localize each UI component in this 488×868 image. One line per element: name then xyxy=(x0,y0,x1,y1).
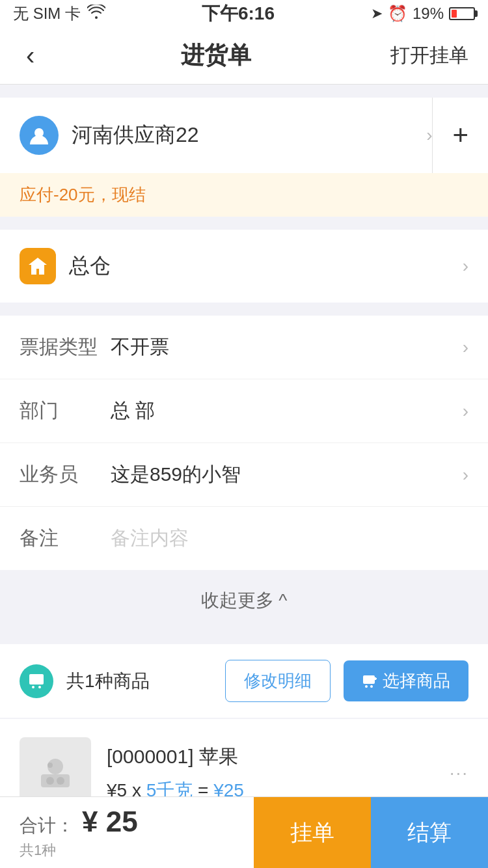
total-main: 合计： ¥ 25 xyxy=(20,806,234,838)
status-left: 无 SIM 卡 xyxy=(13,3,105,24)
bottom-bar: 合计： ¥ 25 共1种 挂单 结算 xyxy=(0,796,488,868)
cart-icon xyxy=(27,671,46,691)
supplier-section: 河南供应商22 › + xyxy=(0,98,488,173)
notice-text: 应付-20元，现结 xyxy=(20,185,146,204)
department-value: 总 部 xyxy=(111,398,456,424)
hang-button[interactable]: 挂单 xyxy=(254,797,371,868)
product-code: [0000001] xyxy=(107,746,193,767)
salesperson-value: 这是859的小智 xyxy=(111,461,456,488)
house-icon xyxy=(27,256,48,277)
salesperson-row[interactable]: 业务员 这是859的小智 › xyxy=(0,443,488,507)
page-title: 进货单 xyxy=(181,40,251,72)
edit-detail-button[interactable]: 修改明细 xyxy=(225,660,331,702)
department-row[interactable]: 部门 总 部 › xyxy=(0,379,488,443)
total-amount: ¥ 25 xyxy=(82,806,138,838)
settle-button[interactable]: 结算 xyxy=(371,797,488,868)
remark-input[interactable]: 备注内容 xyxy=(111,525,468,552)
svg-point-6 xyxy=(370,685,373,688)
warehouse-chevron-icon: › xyxy=(463,256,468,277)
collapse-label: 收起更多 ^ xyxy=(201,590,288,610)
open-hang-button[interactable]: 打开挂单 xyxy=(390,42,468,69)
status-bar: 无 SIM 卡 下午6:16 ➤ ⏰ 19% xyxy=(0,0,488,27)
salesperson-label: 业务员 xyxy=(20,461,111,488)
product-count-icon xyxy=(20,664,53,698)
battery-icon xyxy=(449,7,475,20)
ticket-type-chevron-icon: › xyxy=(463,337,468,358)
svg-rect-4 xyxy=(363,675,375,684)
warehouse-name: 总仓 xyxy=(69,252,456,280)
product-title: 苹果 xyxy=(199,746,238,767)
warehouse-section[interactable]: 总仓 › xyxy=(0,230,488,303)
salesperson-chevron-icon: › xyxy=(463,465,468,485)
remark-row[interactable]: 备注 备注内容 xyxy=(0,507,488,570)
svg-point-10 xyxy=(47,763,53,768)
product-placeholder-icon xyxy=(36,753,75,793)
carrier-text: 无 SIM 卡 xyxy=(13,3,81,24)
remark-label: 备注 xyxy=(20,525,111,552)
ticket-type-value: 不开票 xyxy=(111,334,456,360)
battery-percentage: 19% xyxy=(413,5,444,23)
supplier-avatar xyxy=(20,116,59,155)
svg-rect-11 xyxy=(41,774,70,787)
cart-plus-icon xyxy=(362,673,377,689)
total-label: 合计： xyxy=(20,813,74,838)
total-sub: 共1种 xyxy=(20,841,234,860)
total-section: 合计： ¥ 25 共1种 xyxy=(0,797,254,868)
select-product-label: 选择商品 xyxy=(383,670,450,692)
product-name: [0000001] 苹果 xyxy=(107,744,434,770)
svg-point-2 xyxy=(32,686,34,688)
ticket-type-label: 票据类型 xyxy=(20,334,111,360)
supplier-main[interactable]: 河南供应商22 › xyxy=(20,98,433,173)
nav-bar: ‹ 进货单 打开挂单 xyxy=(0,27,488,85)
add-supplier-button[interactable]: + xyxy=(433,102,468,169)
back-button[interactable]: ‹ xyxy=(20,34,41,77)
gap1 xyxy=(0,85,488,98)
ticket-type-row[interactable]: 票据类型 不开票 › xyxy=(0,316,488,379)
product-header: 共1种商品 修改明细 选择商品 xyxy=(0,644,488,718)
alarm-icon: ⏰ xyxy=(388,5,407,23)
location-icon: ➤ xyxy=(371,5,383,22)
person-icon xyxy=(27,124,51,147)
warehouse-icon xyxy=(20,248,56,284)
select-product-button[interactable]: 选择商品 xyxy=(344,660,468,701)
wifi-icon xyxy=(87,5,105,23)
status-right: ➤ ⏰ 19% xyxy=(371,5,475,23)
supplier-name: 河南供应商22 xyxy=(72,121,420,150)
department-label: 部门 xyxy=(20,398,111,424)
collapse-button[interactable]: 收起更多 ^ xyxy=(0,570,488,631)
supplier-chevron-icon: › xyxy=(426,125,432,146)
product-menu-button[interactable]: ··· xyxy=(450,763,468,783)
svg-point-3 xyxy=(38,686,41,688)
notice-bar: 应付-20元，现结 xyxy=(0,173,488,217)
svg-point-5 xyxy=(365,685,368,688)
product-info: [0000001] 苹果 ¥5 x 5千克 = ¥25 xyxy=(107,744,434,803)
status-time: 下午6:16 xyxy=(202,1,275,26)
svg-point-13 xyxy=(57,777,64,785)
svg-point-12 xyxy=(46,777,54,785)
svg-rect-1 xyxy=(29,674,44,685)
form-section: 票据类型 不开票 › 部门 总 部 › 业务员 这是859的小智 › 备注 备注… xyxy=(0,316,488,570)
department-chevron-icon: › xyxy=(463,401,468,422)
product-count-label: 共1种商品 xyxy=(66,669,212,694)
